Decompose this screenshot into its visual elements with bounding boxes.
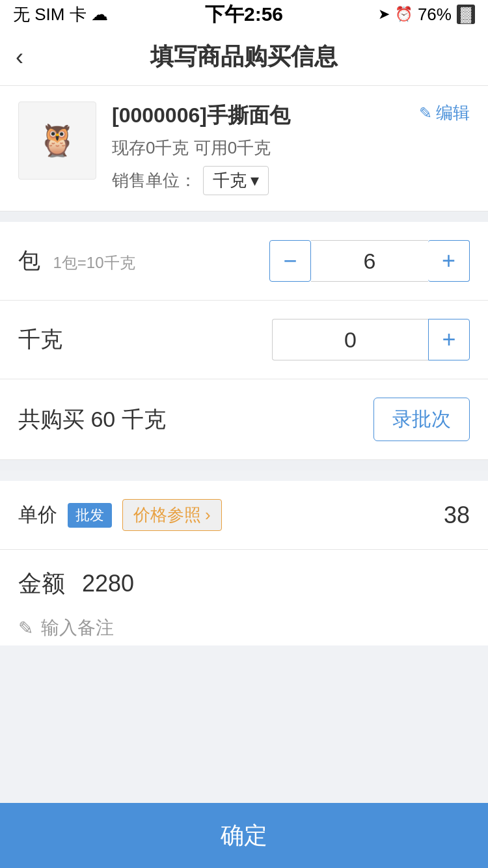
dropdown-arrow-icon: ▾: [251, 170, 259, 191]
package-hint: 1包=10千克: [53, 254, 135, 271]
battery-text: 76%: [418, 5, 452, 25]
kilogram-label: 千克: [18, 325, 272, 355]
page-title: 填写商品购买信息: [150, 41, 338, 73]
total-text: 共购买 60 千克: [18, 405, 166, 435]
confirm-button[interactable]: 确定: [0, 803, 488, 868]
location-icon: ➤: [378, 6, 390, 23]
product-name: [0000006]手撕面包: [112, 102, 290, 130]
remark-placeholder: 输入备注: [41, 616, 114, 640]
status-bar: 无 SIM 卡 ☁ 下午2:56 ➤ ⏰ 76% ▓: [0, 0, 488, 29]
price-value: 38: [444, 502, 470, 529]
package-decrement-button[interactable]: −: [269, 240, 311, 282]
batch-button[interactable]: 录批次: [373, 398, 470, 441]
back-button[interactable]: ‹: [16, 44, 23, 71]
edit-button[interactable]: ✎ 编辑: [419, 102, 470, 124]
amount-value: 2280: [82, 570, 134, 597]
amount-section: 金额 2280 ✎ 输入备注: [0, 550, 488, 645]
product-info: [0000006]手撕面包 ✎ 编辑 现存0千克 可用0千克 销售单位： 千克 …: [112, 102, 470, 195]
package-quantity-input[interactable]: [311, 240, 428, 282]
kilogram-quantity-control: +: [272, 319, 470, 360]
price-reference-button[interactable]: 价格参照 ›: [122, 499, 222, 531]
price-row: 单价 批发 价格参照 › 38: [18, 499, 470, 531]
product-unit: 销售单位： 千克 ▾: [112, 166, 470, 195]
status-right: ➤ ⏰ 76% ▓: [378, 5, 475, 25]
product-stock: 现存0千克 可用0千克: [112, 137, 470, 159]
alarm-icon: ⏰: [395, 6, 413, 23]
price-type-tag: 批发: [68, 503, 112, 528]
kilogram-quantity-input[interactable]: [272, 319, 428, 360]
pencil-icon: ✎: [18, 617, 33, 639]
price-ref-arrow-icon: ›: [205, 505, 211, 525]
package-label: 包 1包=10千克: [18, 246, 269, 276]
kilogram-row: 千克 +: [0, 301, 488, 379]
package-row: 包 1包=10千克 − +: [0, 222, 488, 301]
product-image: 🦉: [18, 102, 96, 180]
separator-1: [0, 211, 488, 222]
status-left: 无 SIM 卡 ☁: [13, 3, 108, 26]
battery-icon: ▓: [457, 5, 475, 24]
total-row: 共购买 60 千克 录批次: [0, 379, 488, 460]
kilogram-increment-button[interactable]: +: [428, 319, 470, 360]
product-logo-icon: 🦉: [38, 122, 77, 159]
carrier-text: 无 SIM 卡 ☁: [13, 3, 108, 26]
nav-bar: ‹ 填写商品购买信息: [0, 29, 488, 86]
remark-row[interactable]: ✎ 输入备注: [18, 610, 470, 645]
price-section: 单价 批发 价格参照 › 38: [0, 481, 488, 550]
amount-text: 金额 2280: [18, 568, 470, 600]
price-label: 单价: [18, 502, 57, 528]
edit-icon: ✎: [419, 104, 432, 122]
package-quantity-control: − +: [269, 240, 470, 282]
separator-2: [0, 460, 488, 470]
status-time: 下午2:56: [205, 1, 283, 28]
input-section: 包 1包=10千克 − + 千克 +: [0, 222, 488, 379]
package-increment-button[interactable]: +: [428, 240, 470, 282]
product-card: 🦉 [0000006]手撕面包 ✎ 编辑 现存0千克 可用0千克 销售单位： 千…: [0, 86, 488, 211]
unit-dropdown[interactable]: 千克 ▾: [203, 166, 269, 195]
